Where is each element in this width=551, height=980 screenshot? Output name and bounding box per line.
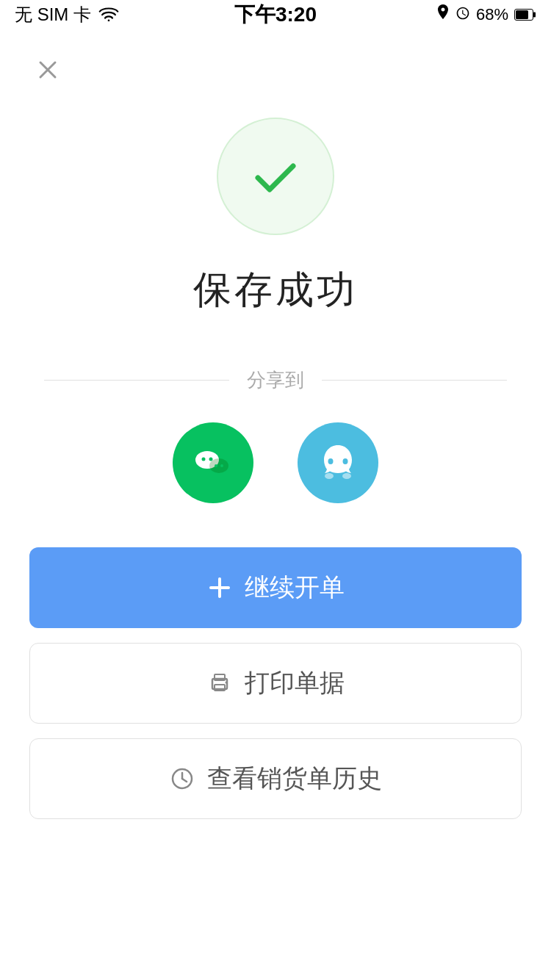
qq-share-button[interactable]: [298, 422, 378, 503]
svg-point-13: [343, 458, 348, 464]
success-title: 保存成功: [193, 264, 358, 316]
close-area: [0, 29, 551, 96]
svg-point-21: [226, 682, 228, 684]
carrier-label: 无 SIM 卡: [15, 3, 91, 26]
battery-icon: [514, 4, 536, 25]
status-time: 下午3:20: [234, 1, 317, 29]
history-label: 查看销货单历史: [207, 762, 382, 796]
divider-line-right: [322, 380, 507, 381]
svg-point-8: [202, 458, 206, 461]
svg-point-9: [209, 458, 213, 461]
success-circle: [217, 118, 334, 235]
wifi-icon: [98, 4, 119, 26]
close-button[interactable]: [29, 51, 66, 88]
divider-line-left: [44, 380, 229, 381]
svg-point-12: [328, 458, 334, 464]
status-right: 68%: [436, 4, 536, 25]
svg-point-0: [108, 19, 110, 21]
history-button[interactable]: 查看销货单历史: [29, 738, 522, 819]
svg-rect-2: [516, 10, 528, 19]
status-left: 无 SIM 卡: [15, 3, 119, 26]
svg-rect-3: [533, 12, 536, 18]
alarm-icon: [455, 4, 470, 25]
wechat-share-button[interactable]: [173, 422, 253, 503]
battery-label: 68%: [476, 5, 508, 24]
actions-section: 继续开单 打印单据 查看销货单历史: [0, 503, 551, 849]
svg-point-10: [215, 464, 217, 467]
printer-icon: [206, 670, 233, 696]
svg-point-11: [220, 464, 223, 467]
svg-point-15: [342, 473, 351, 479]
share-divider: 分享到: [0, 367, 551, 393]
clock-icon: [169, 765, 195, 792]
svg-point-14: [325, 473, 334, 479]
continue-button[interactable]: 继续开单: [29, 547, 522, 628]
share-section: 分享到: [0, 367, 551, 503]
continue-label: 继续开单: [245, 571, 345, 605]
svg-point-7: [209, 458, 228, 473]
plus-icon: [206, 574, 233, 601]
svg-line-24: [182, 779, 187, 782]
share-label: 分享到: [229, 367, 322, 393]
success-section: 保存成功: [0, 96, 551, 331]
status-bar: 无 SIM 卡 下午3:20 68%: [0, 0, 551, 29]
print-button[interactable]: 打印单据: [29, 643, 522, 724]
location-icon: [436, 4, 450, 25]
share-icons: [173, 422, 378, 503]
print-label: 打印单据: [245, 666, 345, 700]
